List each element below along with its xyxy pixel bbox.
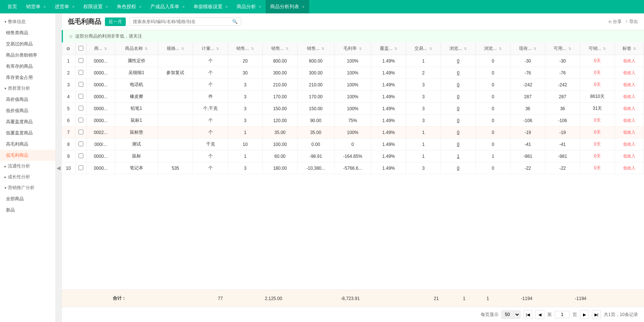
search-input[interactable] <box>133 19 232 24</box>
page-first-button[interactable]: |◀ <box>523 310 532 319</box>
page-next-button[interactable]: ▶ <box>580 310 589 319</box>
nav-home[interactable]: 首页 <box>3 0 22 13</box>
filter-button[interactable]: 近一月 <box>105 17 126 26</box>
nav-product-analysis-list[interactable]: 商品分析列表 × <box>266 0 309 13</box>
row-select-checkbox[interactable] <box>79 118 83 122</box>
sidebar-group-general[interactable]: ▾ 整体信息 <box>0 16 55 27</box>
row-view1[interactable]: 0 <box>441 79 476 91</box>
col-coverage[interactable]: 覆盖... ⇅ <box>371 42 406 55</box>
col-code[interactable]: 商... ⇅ <box>86 42 115 55</box>
col-tag[interactable]: 标签 ⇅ <box>615 42 644 55</box>
col-view2[interactable]: 浏览... ⇅ <box>475 42 510 55</box>
sidebar-item-sales-products[interactable]: 销售类商品 <box>0 27 55 38</box>
row-select-checkbox[interactable] <box>79 58 83 63</box>
nav-permission-settings[interactable]: 权限设置 × <box>79 0 112 13</box>
row-select-checkbox[interactable] <box>79 130 83 134</box>
sidebar-item-high-coverage[interactable]: 高覆盖度商品 <box>0 116 55 127</box>
sidebar-item-category-sales[interactable]: 商品分类助销率 <box>0 50 55 61</box>
sidebar-item-low-coverage[interactable]: 低覆盖度商品 <box>0 127 55 138</box>
row-checkbox[interactable] <box>75 79 86 91</box>
sidebar-item-high-value[interactable]: 高价值商品 <box>0 94 55 105</box>
close-icon[interactable]: × <box>106 4 108 9</box>
col-unit[interactable]: 计量... ⇅ <box>193 42 228 55</box>
sidebar-item-low-margin[interactable]: 低毛利商品 <box>0 150 55 161</box>
sidebar-item-capital[interactable]: 库存资金占用 <box>0 72 55 83</box>
close-icon[interactable]: × <box>302 4 304 9</box>
col-name[interactable]: 商品名称 ⇅ <box>115 42 158 55</box>
col-spec[interactable]: 规格... ⇅ <box>158 42 193 55</box>
row-view1[interactable]: 1 <box>441 150 476 162</box>
close-icon[interactable]: × <box>225 4 228 9</box>
row-select-checkbox[interactable] <box>79 106 83 111</box>
row-sales-price: 100.00 <box>263 138 298 150</box>
nav-purchase-order[interactable]: 进货单 × <box>50 0 79 13</box>
nav-product-inbound[interactable]: 产成品入库单 × <box>146 0 189 13</box>
col-available[interactable]: 可用... ⇅ <box>545 42 580 55</box>
col-gross-margin[interactable]: 毛利率 ⇅ <box>334 42 371 55</box>
row-select-checkbox[interactable] <box>79 94 83 99</box>
export-button[interactable]: ↑ 导出 <box>625 19 638 25</box>
sidebar-collapse-button[interactable]: ◀ <box>56 13 62 322</box>
col-view1[interactable]: 浏览... ⇅ <box>441 42 476 55</box>
row-view1[interactable]: 0 <box>441 103 476 115</box>
row-checkbox[interactable] <box>75 150 86 162</box>
row-tag: 低收入 <box>615 127 644 138</box>
total-info: 共1页，10条记录 <box>604 312 638 318</box>
page-number-input[interactable] <box>555 311 570 318</box>
row-checkbox[interactable] <box>75 67 86 79</box>
row-select-checkbox[interactable] <box>79 141 83 146</box>
sidebar-item-all-products[interactable]: 全部商品 <box>0 193 55 204</box>
search-icon[interactable]: 🔍 <box>232 19 238 24</box>
row-checkbox[interactable] <box>75 115 86 127</box>
col-current-stock[interactable]: 现有... ⇅ <box>510 42 545 55</box>
col-checkbox[interactable] <box>75 42 86 55</box>
close-icon[interactable]: × <box>44 4 46 9</box>
col-trade[interactable]: 交易... ⇅ <box>406 42 441 55</box>
sidebar-item-high-margin[interactable]: 高毛利商品 <box>0 138 55 150</box>
row-view1[interactable]: 0 <box>441 55 476 67</box>
col-sales-price[interactable]: 销售... ⇅ <box>263 42 298 55</box>
row-select-checkbox[interactable] <box>79 82 83 87</box>
col-settings[interactable]: ⚙ <box>62 42 75 55</box>
close-icon[interactable]: × <box>259 4 261 9</box>
sidebar-item-low-value[interactable]: 低价值商品 <box>0 105 55 116</box>
sidebar-group-liquidity[interactable]: ▸ 流通性分析 <box>0 161 55 172</box>
sidebar-group-cluster[interactable]: ▾ 类群置分析 <box>0 83 55 94</box>
nav-product-analysis[interactable]: 商品分析 × <box>232 0 266 13</box>
sidebar-group-growth[interactable]: ▸ 成长性分析 <box>0 172 55 182</box>
share-button[interactable]: ⎋ 分享 <box>609 19 622 25</box>
col-sales-amount[interactable]: 销售... ⇅ <box>297 42 334 55</box>
sidebar-item-in-stock[interactable]: 有库存的商品 <box>0 61 55 72</box>
row-view1[interactable]: 0 <box>441 138 476 150</box>
per-page-select[interactable]: 20 50 100 <box>502 310 520 319</box>
nav-sales-order[interactable]: 销货单 × <box>22 0 50 13</box>
row-view1[interactable]: 0 <box>441 115 476 127</box>
row-view1[interactable]: 0 <box>441 127 476 138</box>
row-select-checkbox[interactable] <box>79 153 83 158</box>
row-checkbox[interactable] <box>75 55 86 67</box>
row-view1[interactable]: 0 <box>441 91 476 103</box>
row-name: 鼠标1 <box>115 115 158 127</box>
row-checkbox[interactable] <box>75 127 86 138</box>
sidebar-item-traded-products[interactable]: 交易过的商品 <box>0 38 55 50</box>
nav-template-settings[interactable]: 单据模板设置 × <box>189 0 232 13</box>
col-sales-qty[interactable]: 销售... ⇅ <box>228 42 263 55</box>
close-icon[interactable]: × <box>182 4 185 9</box>
row-view1[interactable]: 0 <box>441 67 476 79</box>
close-icon[interactable]: × <box>72 4 74 9</box>
row-checkbox[interactable] <box>75 138 86 150</box>
col-sellable[interactable]: 可销... ⇅ <box>580 42 615 55</box>
row-select-checkbox[interactable] <box>79 70 83 75</box>
close-icon[interactable]: × <box>139 4 141 9</box>
sidebar-item-new-products[interactable]: 新品 <box>0 204 55 216</box>
row-checkbox[interactable] <box>75 91 86 103</box>
row-checkbox[interactable] <box>75 162 86 174</box>
page-last-button[interactable]: ▶| <box>592 310 601 319</box>
select-all-checkbox[interactable] <box>79 46 83 51</box>
sidebar-group-marketing[interactable]: ▾ 营销推广分析 <box>0 182 55 193</box>
row-checkbox[interactable] <box>75 103 86 115</box>
page-prev-button[interactable]: ◀ <box>535 310 544 319</box>
nav-role-auth[interactable]: 角色授权 × <box>112 0 146 13</box>
row-view1[interactable]: 0 <box>441 162 476 174</box>
row-select-checkbox[interactable] <box>79 165 83 170</box>
